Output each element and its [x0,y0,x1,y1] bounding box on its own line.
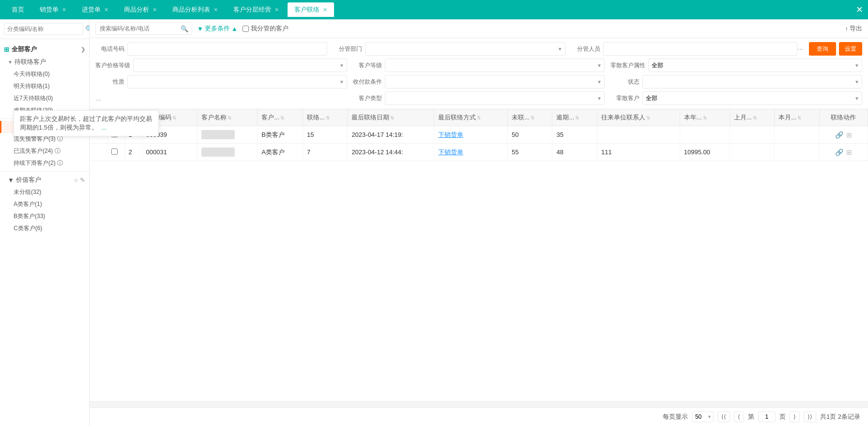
page-size-select[interactable]: 20 50 100 200 [692,411,714,422]
close-all-button[interactable]: ✕ [856,4,863,15]
price-level-select[interactable] [133,59,347,72]
close-icon[interactable]: ✕ [152,7,157,13]
th-type[interactable]: 客户... ⇅ [258,109,303,126]
retail-customer-select[interactable]: 全部 [642,91,862,105]
chevron-down-icon: ▼ [8,59,13,65]
filter-buttons: 查询 设置 [809,42,862,56]
phone-input[interactable] [127,42,327,56]
sidebar-item-c-class[interactable]: C类客户(6) [0,222,89,235]
status-select-wrap: ▼ [642,75,862,88]
th-last-contact-date[interactable]: 最后联络日期 ⇅ [348,109,434,126]
cell-this-month [775,126,819,144]
nav-tab-sales[interactable]: 销货单 ✕ [33,2,73,17]
sidebar-item-tomorrow[interactable]: 明天待联络(1) [0,80,89,92]
retail-customer-select-wrap: 全部 ▼ [642,91,862,105]
manager-input[interactable] [603,42,798,56]
cell-last-month [730,126,775,144]
sidebar-item-ungroup[interactable]: 未分组(32) [0,186,89,198]
refresh-icon[interactable]: ○ [74,176,78,184]
cell-unit-contact [597,126,680,144]
th-this-year[interactable]: 本年... ⇅ [680,109,730,126]
close-icon[interactable]: ✕ [104,7,108,13]
cell-index: 2 [124,144,142,161]
sidebar-item-churned[interactable]: 已流失客户(24) ⓘ [0,145,89,157]
main-layout: 🔍 ⊞ 全部客户 ❯ ▼ 待联络客户 今天待联络(0) 明天待联络(1) 近7天… [0,19,868,426]
sidebar-item-b-class[interactable]: B类客户(33) [0,210,89,222]
sidebar-item-declining[interactable]: 持续下滑客户(2) ⓘ [0,157,89,169]
cell-type: B类客户 [258,126,303,144]
pagination-bar: 每页显示 20 50 100 200 ▼ ⟨⟨ ⟨ 第 页 ⟩ ⟩⟩ 共1页 2… [90,407,868,426]
search-input[interactable] [95,22,192,35]
nav-tab-product-analysis[interactable]: 商品分析 ✕ [117,2,164,17]
cell-last-month [730,144,775,161]
payment-select[interactable] [385,75,605,88]
th-contact[interactable]: 联络... ⇅ [303,109,347,126]
horizontal-scrollbar[interactable] [90,401,868,407]
chevron-right-icon[interactable]: ❯ [81,46,85,53]
page-number-input[interactable] [758,411,776,422]
search-icon: 🔍 [181,25,188,32]
th-uncontacted[interactable]: 未联... ⇅ [508,109,552,126]
settings-button[interactable]: 设置 [839,42,862,56]
cell-contact: 7 [303,144,347,161]
th-last-month[interactable]: 上月... ⇅ [730,109,775,126]
more-icon[interactable]: ··· [797,45,803,53]
close-icon[interactable]: ✕ [213,7,218,13]
more-conditions-button[interactable]: ▼ 更多条件 ▲ [197,24,238,33]
prev-page-button[interactable]: ⟨ [734,411,744,422]
filter-phone: 电话号码 [95,42,327,56]
cell-name: ████ [197,144,257,161]
customer-table: ⚙ 客户编码 ⇅ 客户名称 [90,109,868,161]
grid-action-icon[interactable]: ⊞ [846,148,852,156]
last-page-button[interactable]: ⟩⟩ [804,411,816,422]
sidebar-group-pending[interactable]: ▼ 待联络客户 [0,56,89,68]
gender-select[interactable] [127,75,347,88]
query-button[interactable]: 查询 [809,42,836,56]
sidebar-search-input[interactable] [4,23,83,35]
cell-last-contact-type[interactable]: 下销货单 [434,144,507,161]
th-last-contact-type[interactable]: 最后联络方式 ⇅ [434,109,507,126]
retail-attr-select[interactable]: 全部 [648,59,862,72]
sidebar-item-today[interactable]: 今天待联络(0) [0,68,89,80]
th-name[interactable]: 客户名称 ⇅ [197,109,257,126]
nav-tab-home[interactable]: 首页 [5,2,31,17]
close-icon[interactable]: ✕ [274,7,279,13]
cell-name: ████ [197,126,257,144]
cell-last-contact-type[interactable]: 下销货单 [434,126,507,144]
nav-tab-product-list[interactable]: 商品分析列表 ✕ [166,2,225,17]
dept-select[interactable] [365,42,565,56]
close-icon[interactable]: ✕ [323,7,327,13]
link-icon[interactable]: 🔗 [835,131,843,139]
nav-tab-customer-contact[interactable]: 客户联络 ✕ [288,2,334,17]
th-this-month[interactable]: 本月... ⇅ [775,109,819,126]
edit-icon[interactable]: ✎ [80,176,85,184]
status-select[interactable] [642,75,862,88]
value-customer-actions: ○ ✎ [74,176,85,184]
sidebar-all-customers[interactable]: ⊞ 全部客户 ❯ [0,43,89,56]
sort-icon: ⇅ [477,115,481,120]
sidebar-item-a-class[interactable]: A类客户(1) [0,198,89,210]
th-overdue[interactable]: 逾期... ⇅ [552,109,597,126]
customer-level-select[interactable] [385,59,605,72]
th-unit-contact[interactable]: 往来单位联系人 ⇅ [597,109,680,126]
my-customers-checkbox[interactable] [243,26,249,32]
nav-tab-purchase[interactable]: 进货单 ✕ [75,2,115,17]
filter-dept: 分管部门 ▼ [333,42,565,56]
sidebar-item-7days[interactable]: 近7天待联络(0) [0,92,89,104]
nav-tab-customer-tier[interactable]: 客户分层经营 ✕ [227,2,286,17]
sort-icon: ⇅ [646,115,650,120]
export-button[interactable]: ↑ 导出 [845,24,863,33]
close-icon[interactable]: ✕ [62,7,66,13]
sidebar: 🔍 ⊞ 全部客户 ❯ ▼ 待联络客户 今天待联络(0) 明天待联络(1) 近7天… [0,19,90,426]
more-icon[interactable]: ... [95,94,101,102]
link-icon[interactable]: 🔗 [835,148,843,156]
price-level-select-wrap: ▼ [133,59,347,72]
cell-uncontacted: 55 [508,144,552,161]
next-page-button[interactable]: ⟩ [790,411,800,422]
row-checkbox[interactable] [111,148,118,155]
tooltip-dots: ... [101,124,107,131]
first-page-button[interactable]: ⟨⟨ [717,411,730,422]
filter-bar: 🔍 ▼ 更多条件 ▲ 我分管的客户 ↑ 导出 [90,19,868,38]
grid-action-icon[interactable]: ⊞ [846,131,852,139]
customer-type-select[interactable] [385,91,605,105]
